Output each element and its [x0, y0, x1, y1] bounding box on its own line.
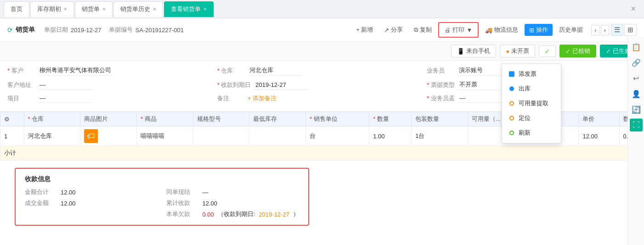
tab-sales-label: 销货单 — [82, 5, 100, 13]
operation-button[interactable]: ⊞ 操作 — [525, 24, 553, 36]
customer-field: * * 客户 客户 柳州粤港平安气体有限公司 — [7, 65, 217, 76]
circle-green-icon — [509, 131, 514, 135]
due-this-value: 0.00 — [202, 211, 214, 218]
circle-blue-icon — [509, 86, 514, 91]
note-field: 备注 + 添加备注 — [217, 94, 427, 103]
dropdown-outbound[interactable]: 出库 — [502, 81, 561, 96]
salesperson-label: 业务员 — [427, 67, 454, 75]
doc-meta: 单据日期 2019-12-27 单据编号 SA-20191227-001 — [44, 26, 351, 34]
warehouse-label: * 仓库 — [217, 67, 245, 75]
project-value: — — [38, 94, 93, 103]
grid-view-button[interactable]: ⊞ — [624, 24, 637, 36]
outbound-label: 出库 — [519, 85, 531, 93]
doc-date-label: 单据日期 — [44, 26, 68, 34]
transaction-row: 成交金额 12.00 — [25, 199, 157, 207]
tab-home-label: 首页 — [11, 5, 23, 13]
subtotal-label: 小计 — [0, 146, 644, 160]
cell-qty: 1.00 — [369, 126, 412, 146]
available-icon — [508, 100, 515, 107]
cell-spec — [193, 126, 249, 146]
from-phone-button[interactable]: 📱 来自手机 — [451, 45, 496, 57]
logistics-button[interactable]: 🚚 物流信息 — [480, 24, 523, 36]
same-order-label: 同单现结 — [166, 188, 198, 196]
address-value: — — [38, 80, 93, 90]
tab-history-close[interactable]: × — [153, 6, 156, 12]
sidebar-icon-return[interactable]: ↩ — [630, 72, 643, 85]
checked-button[interactable]: ✓ 已核销 — [559, 45, 596, 57]
product-image: 🏷 — [84, 129, 98, 143]
payment-section: 收款信息 金额合计 12.00 同单现结 — 成交金额 12.00 累计收款 1… — [0, 160, 644, 233]
th-warehouse: * 仓库 — [24, 112, 80, 126]
phone-icon: 📱 — [457, 48, 464, 55]
checked-label: 已核销 — [572, 47, 590, 55]
dropdown-available[interactable]: 可用量提取 — [502, 96, 561, 111]
cell-pkg-qty: 1台 — [412, 126, 468, 146]
print-dropdown-icon: ▼ — [466, 27, 472, 34]
sidebar-icon-link[interactable]: 🔗 — [630, 56, 643, 69]
share-button[interactable]: ↗ 分享 — [379, 24, 407, 36]
add-note-button[interactable]: + 添加备注 — [248, 94, 277, 103]
sidebar-icon-clipboard[interactable]: 📋 — [630, 40, 643, 53]
doc-number-field: 单据编号 SA-20191227-001 — [109, 26, 184, 34]
doc-icon: ⟳ — [7, 26, 13, 34]
check-complete-button[interactable]: ✓ — [539, 46, 556, 57]
address-field: 客户地址 — — [7, 80, 217, 90]
dropdown-locate[interactable]: 定位 — [502, 111, 561, 125]
payment-date-star: * — [217, 81, 220, 88]
cell-index: 1 — [0, 126, 24, 146]
history-button[interactable]: 历史单据 — [554, 24, 588, 36]
tab-sales-close[interactable]: × — [102, 6, 106, 12]
not-opened-button[interactable]: ● 未开票 — [500, 45, 535, 57]
circle-locate-icon — [509, 116, 514, 120]
circle-orange-icon — [509, 101, 514, 106]
note-label: 备注 — [217, 94, 245, 103]
print-button[interactable]: 🖨 打印 ▼ — [440, 24, 477, 36]
operation-label: 操作 — [536, 26, 548, 34]
logistics-label: 物流信息 — [494, 26, 518, 34]
window-close-button[interactable]: × — [626, 4, 640, 14]
available-label: 可用量提取 — [519, 99, 548, 108]
locate-icon — [508, 115, 515, 121]
dropdown-refresh[interactable]: 刷新 — [502, 125, 561, 140]
action-row: 📱 来自手机 ● 未开票 ✓ ✓ 已核销 ✓ 已生效 — [0, 42, 644, 61]
share-label: 分享 — [391, 26, 403, 34]
main-content: ⟳ 销货单 单据日期 2019-12-27 单据编号 SA-20191227-0… — [0, 18, 644, 245]
copy-button[interactable]: ⧉ 复制 — [409, 24, 436, 36]
locate-label: 定位 — [519, 114, 531, 122]
th-spec: 规格型号 — [193, 112, 249, 126]
payment-title: 收款信息 — [25, 175, 299, 183]
copy-label: 复制 — [420, 26, 432, 34]
tab-sales[interactable]: 销货单 × — [75, 1, 113, 17]
payment-box: 收款信息 金额合计 12.00 同单现结 — 成交金额 12.00 累计收款 1… — [15, 168, 309, 226]
new-button[interactable]: + 新增 — [351, 24, 378, 36]
cell-unit: 台 — [306, 126, 369, 146]
dropdown-add-invoice[interactable]: 添发票 — [502, 67, 561, 81]
salesperson2-label: * 业务员孟 — [427, 94, 455, 103]
due-this-row: 本单欠款 0.00 （收款到期日: 2019-12-27 ） — [166, 210, 299, 218]
tab-view-sales[interactable]: 查看销货单 × — [164, 1, 214, 17]
from-phone-label: 来自手机 — [466, 47, 490, 55]
history-label: 历史单据 — [559, 26, 583, 34]
sidebar-icon-sync[interactable]: 🔄 — [630, 103, 643, 116]
share-icon: ↗ — [384, 27, 389, 34]
tab-inventory-close[interactable]: × — [64, 6, 67, 12]
sidebar-icon-expand[interactable]: ⛶ — [630, 119, 643, 131]
tab-view-sales-close[interactable]: × — [203, 6, 207, 12]
operation-icon: ⊞ — [529, 27, 534, 34]
doc-date-field: 单据日期 2019-12-27 — [44, 26, 102, 34]
list-view-button[interactable]: ☰ — [611, 24, 623, 36]
prev-button[interactable]: ‹ — [591, 25, 599, 35]
cell-warehouse: 河北仓库 — [24, 126, 80, 146]
th-settings[interactable]: ⚙ — [0, 112, 24, 126]
total-amount-row: 金额合计 12.00 — [25, 188, 157, 196]
add-invoice-icon — [508, 71, 515, 77]
tab-home[interactable]: 首页 — [4, 1, 29, 17]
next-button[interactable]: › — [601, 25, 609, 35]
same-order-row: 同单现结 — — [166, 188, 299, 196]
payment-date-field: * 收款到期日 2019-12-27 — [217, 80, 427, 90]
sidebar-icon-user[interactable]: 👤 — [630, 87, 643, 100]
tab-history[interactable]: 销货单历史 × — [113, 1, 163, 17]
checked-icon: ✓ — [565, 48, 571, 55]
tab-inventory[interactable]: 库存期初 × — [30, 1, 74, 17]
due-this-label: 本单欠款 — [166, 210, 198, 218]
